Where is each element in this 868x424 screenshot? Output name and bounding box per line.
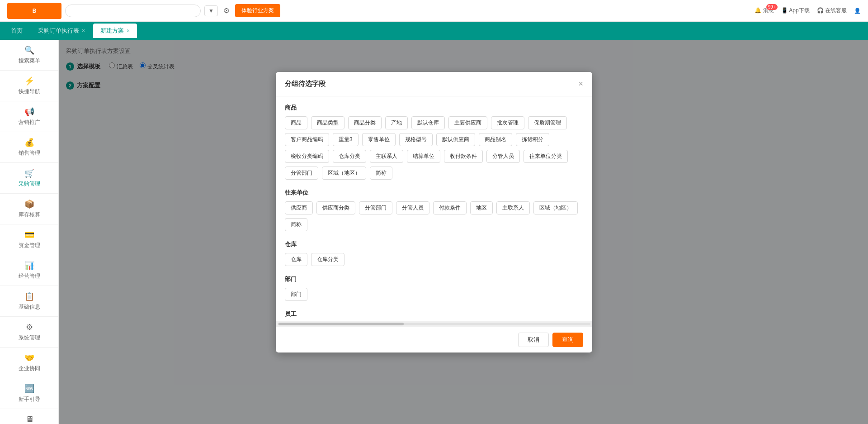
tab-close-new-plan[interactable]: × [127,28,130,34]
notification-area[interactable]: 🔔 消息 99+ [755,7,774,14]
modal-close-button[interactable]: × [578,79,583,89]
field-tag[interactable]: 规格型号 [399,133,433,146]
top-nav-right: 🔔 消息 99+ 📱 App下载 🎧 在线客服 👤 [755,7,861,14]
section-employee: 员工 业务员 [285,310,583,321]
modal-title: 分组待选字段 [285,80,326,88]
sidebar-item-purchase[interactable]: 🛒 采购管理 [0,163,58,194]
field-tag[interactable]: 付款条件 [433,201,467,214]
modal-footer: 取消 查询 [276,327,592,353]
top-nav: B ▼ ⚙ 体验行业方案 🔔 消息 99+ 📱 App下载 🎧 在线客服 👤 [0,0,868,22]
field-tag[interactable]: 保质期管理 [528,116,567,129]
card-icon: 💳 [24,230,34,240]
tab-close-purchase[interactable]: × [82,28,85,34]
headset-icon: 🎧 [817,7,824,14]
cart-icon: 🛒 [24,168,34,178]
field-tag[interactable]: 仓库 [285,253,307,266]
section-warehouse: 仓库 仓库 仓库分类 [285,240,583,266]
field-tag[interactable]: 分管部门 [285,167,318,180]
field-tag[interactable]: 零售单位 [362,133,396,146]
field-tag[interactable]: 客户商品编码 [285,133,329,146]
sidebar-item-basics[interactable]: 📋 基础信息 [0,286,58,317]
sidebar-item-system[interactable]: ⚙ 系统管理 [0,317,58,348]
user-avatar[interactable]: 👤 [854,8,861,14]
field-tag[interactable]: 商品分类 [348,116,382,129]
field-tag[interactable]: 税收分类编码 [285,150,329,163]
sidebar-item-collab[interactable]: 🤝 企业协同 [0,348,58,378]
tab-purchase[interactable]: 采购订单执行表 × [31,24,92,38]
money-icon: 💰 [24,138,34,148]
sidebar-item-appstore[interactable]: 🖥 应用中心 [0,409,58,424]
modal-body: 商品 商品 商品类型 商品分类 产地 默认仓库 主要供应商 批次管理 保质期管理… [276,96,592,321]
sidebar-item-operations[interactable]: 📊 经营管理 [0,255,58,286]
nav-dropdown[interactable]: ▼ [204,5,218,16]
notification-icon: 🔔 [755,7,761,14]
section-partner-title: 往来单位 [285,189,583,197]
field-tag[interactable]: 往来单位分类 [524,150,568,163]
section-goods-tags: 商品 商品类型 商品分类 产地 默认仓库 主要供应商 批次管理 保质期管理 客户… [285,116,583,180]
sidebar: 🔍 搜索菜单 ⚡ 快捷导航 📢 营销推广 💰 销售管理 🛒 采购管理 📦 库存核… [0,40,59,424]
sidebar-item-inventory[interactable]: 📦 库存核算 [0,194,58,224]
tab-bar: 首页 采购订单执行表 × 新建方案 × [0,22,868,40]
field-tag[interactable]: 默认供应商 [436,133,475,146]
field-tag[interactable]: 分管部门 [359,201,392,214]
field-tag[interactable]: 供应商分类 [316,201,355,214]
field-tag[interactable]: 拣货积分 [516,133,549,146]
field-tag[interactable]: 区域（地区） [533,201,578,214]
modal-hscrollbar[interactable] [276,321,592,327]
modal-cancel-button[interactable]: 取消 [518,333,549,347]
flash-icon: ⚡ [24,76,34,86]
sidebar-item-quicknav[interactable]: ⚡ 快捷导航 [0,71,58,101]
section-warehouse-tags: 仓库 仓库分类 [285,253,583,266]
field-tag[interactable]: 商品类型 [311,116,344,129]
field-tag[interactable]: 部门 [285,288,307,301]
section-partner: 往来单位 供应商 供应商分类 分管部门 分管人员 付款条件 地区 主联系人 区域… [285,189,583,231]
field-tag[interactable]: 简称 [285,218,307,231]
gear-icon[interactable]: ⚙ [222,5,231,17]
field-tag[interactable]: 重量3 [333,133,359,146]
field-select-modal: 分组待选字段 × 商品 商品 商品类型 商品分类 产地 默认仓库 主要供应商 批… [276,72,592,353]
field-tag[interactable]: 收付款条件 [444,150,483,163]
field-tag[interactable]: 主联系人 [370,150,403,163]
online-service-link[interactable]: 🎧 在线客服 [817,7,847,14]
sidebar-item-search[interactable]: 🔍 搜索菜单 [0,40,58,71]
tab-new-plan[interactable]: 新建方案 × [93,24,137,38]
field-tag[interactable]: 供应商 [285,201,313,214]
app-logo: B [7,3,61,19]
field-tag[interactable]: 默认仓库 [411,116,445,129]
gear-icon: ⚙ [26,322,33,332]
field-tag[interactable]: 分管人员 [486,150,520,163]
field-tag[interactable]: 地区 [470,201,493,214]
field-tag[interactable]: 区域（地区） [322,167,366,180]
section-goods-title: 商品 [285,104,583,112]
section-employee-title: 员工 [285,310,583,318]
sidebar-item-sales[interactable]: 💰 销售管理 [0,132,58,163]
megaphone-icon: 📢 [24,107,34,117]
field-tag[interactable]: 仓库分类 [333,150,366,163]
modal-confirm-button[interactable]: 查询 [552,333,583,347]
field-tag[interactable]: 仓库分类 [311,253,344,266]
field-tag[interactable]: 商品别名 [479,133,512,146]
field-tag[interactable]: 批次管理 [491,116,524,129]
field-tag[interactable]: 主要供应商 [448,116,487,129]
field-tag[interactable]: 结算单位 [407,150,440,163]
field-tag[interactable]: 商品 [285,116,307,129]
clipboard-icon: 📋 [24,291,34,301]
sidebar-item-newbie[interactable]: 🆕 新手引导 [0,378,58,409]
section-department-title: 部门 [285,275,583,283]
field-tag[interactable]: 产地 [385,116,408,129]
field-tag[interactable]: 分管人员 [396,201,429,214]
sidebar-item-marketing[interactable]: 📢 营销推广 [0,101,58,132]
tab-home[interactable]: 首页 [4,24,30,38]
sidebar-item-finance[interactable]: 💳 资金管理 [0,224,58,255]
app-download-link[interactable]: 📱 App下载 [781,7,810,14]
new-icon: 🆕 [24,384,34,394]
section-partner-tags: 供应商 供应商分类 分管部门 分管人员 付款条件 地区 主联系人 区域（地区） … [285,201,583,231]
search-input[interactable] [65,5,201,17]
section-warehouse-title: 仓库 [285,240,583,248]
field-tag[interactable]: 主联系人 [496,201,530,214]
field-tag[interactable]: 简称 [370,167,392,180]
section-department: 部门 部门 [285,275,583,301]
section-department-tags: 部门 [285,288,583,301]
monitor-icon: 🖥 [25,414,33,424]
experience-button[interactable]: 体验行业方案 [235,4,280,17]
